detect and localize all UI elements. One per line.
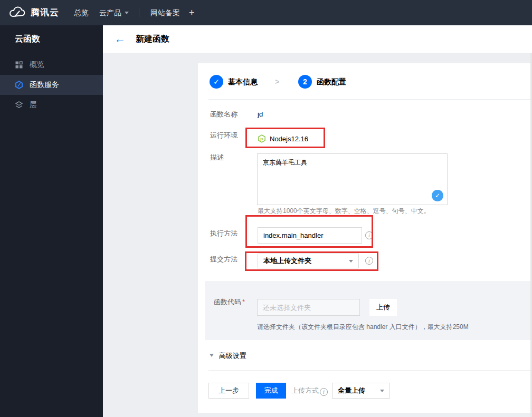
function-hexagon-icon bbox=[15, 81, 23, 89]
runtime-value-row: js Nodejs12.16 bbox=[258, 129, 308, 149]
runtime-label: 运行环境 bbox=[210, 129, 238, 142]
page-title: 新建函数 bbox=[136, 25, 169, 53]
function-code-panel: 函数代码* 上传 请选择文件夹（该文件夹根目录应包含 handler 入口文件）… bbox=[205, 281, 532, 340]
description-textarea[interactable]: 京东薅羊毛工具 bbox=[257, 153, 448, 205]
step2-label: 函数配置 bbox=[317, 75, 346, 89]
steps-divider bbox=[208, 99, 532, 100]
brand-name[interactable]: 腾讯云 bbox=[31, 0, 59, 25]
previous-step-button[interactable]: 上一步 bbox=[208, 383, 249, 399]
runtime-value: Nodejs12.16 bbox=[270, 135, 308, 143]
topnav-website-record[interactable]: 网站备案 bbox=[150, 0, 180, 25]
sidebar-item-label: 函数服务 bbox=[30, 80, 59, 90]
chevron-down-icon bbox=[380, 390, 384, 392]
svg-text:js: js bbox=[260, 137, 263, 141]
tencent-cloud-logo-icon[interactable] bbox=[7, 6, 27, 21]
create-function-card: ✓ 基本信息 > 2 函数配置 函数名称 jd 运行环境 js Nodejs12… bbox=[198, 63, 532, 413]
add-tab-button[interactable]: + bbox=[189, 0, 195, 25]
chevron-down-icon bbox=[125, 12, 129, 14]
back-arrow-icon[interactable]: ← bbox=[115, 25, 126, 53]
chevron-down-icon bbox=[349, 260, 353, 263]
footer-divider bbox=[208, 370, 532, 371]
upload-button[interactable]: 上传 bbox=[369, 299, 397, 316]
function-name-label: 函数名称 bbox=[210, 108, 238, 121]
sidebar-item-function-service[interactable]: 函数服务 bbox=[0, 75, 103, 95]
handler-label: 执行方法 bbox=[210, 227, 238, 240]
description-hint: 最大支持1000个英文字母、数字、空格、逗号、句号、中文。 bbox=[258, 207, 430, 216]
nodejs-icon: js bbox=[258, 134, 266, 143]
function-code-label: 函数代码* bbox=[214, 297, 245, 307]
sidebar-item-overview[interactable]: 概览 bbox=[0, 55, 103, 75]
topnav-overview[interactable]: 总览 bbox=[74, 0, 89, 25]
advanced-settings-label: 高级设置 bbox=[219, 352, 246, 360]
step1-label: 基本信息 bbox=[228, 75, 258, 89]
handler-input[interactable] bbox=[258, 227, 362, 244]
advanced-settings-toggle[interactable]: 高级设置 bbox=[210, 351, 246, 361]
upload-mode-info-icon[interactable] bbox=[320, 388, 328, 396]
topnav-cloud-products[interactable]: 云产品 bbox=[99, 0, 129, 25]
step-chevron-icon: > bbox=[275, 75, 279, 89]
folder-path-input[interactable] bbox=[257, 299, 360, 316]
handler-info-icon[interactable] bbox=[365, 231, 373, 239]
sidebar: 云函数 概览 函数服务 层 bbox=[0, 25, 103, 417]
topnav-divider bbox=[139, 8, 139, 17]
layers-icon bbox=[15, 101, 23, 109]
finish-button[interactable]: 完成 bbox=[256, 383, 286, 399]
page-header: ← 新建函数 bbox=[103, 25, 532, 53]
function-name-value: jd bbox=[258, 108, 263, 121]
grid-icon bbox=[15, 61, 23, 69]
step1-done-check-icon: ✓ bbox=[210, 75, 223, 89]
sidebar-item-label: 层 bbox=[30, 100, 37, 110]
required-asterisk: * bbox=[242, 298, 245, 306]
sidebar-title: 云函数 bbox=[15, 34, 40, 45]
submit-method-label: 提交方法 bbox=[210, 253, 238, 266]
sidebar-item-layers[interactable]: 层 bbox=[0, 95, 103, 115]
sidebar-item-label: 概览 bbox=[30, 60, 44, 70]
validation-check-icon: ✓ bbox=[432, 190, 443, 201]
upload-mode-select[interactable]: 全量上传 bbox=[332, 383, 390, 399]
step2-number: 2 bbox=[298, 75, 312, 89]
upload-mode-label: 上传方式 bbox=[291, 383, 328, 399]
triangle-down-icon bbox=[210, 354, 214, 357]
upload-mode-value: 全量上传 bbox=[338, 386, 365, 395]
function-code-hint: 请选择文件夹（该文件夹根目录应包含 handler 入口文件），最大支持250M bbox=[257, 323, 469, 332]
submit-method-value: 本地上传文件夹 bbox=[263, 256, 311, 266]
description-label: 描述 bbox=[210, 151, 224, 164]
submit-method-select[interactable]: 本地上传文件夹 bbox=[258, 254, 359, 268]
topbar: 腾讯云 总览 云产品 网站备案 + bbox=[0, 0, 532, 25]
submit-method-info-icon[interactable] bbox=[365, 257, 373, 265]
